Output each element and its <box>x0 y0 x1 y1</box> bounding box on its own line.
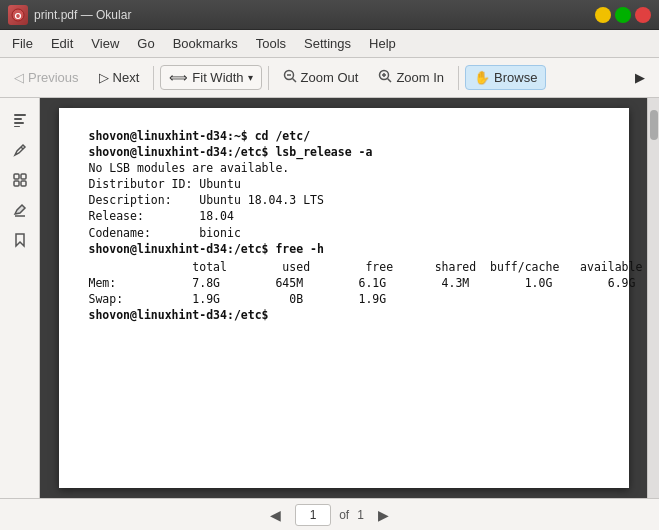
menu-view[interactable]: View <box>83 33 127 54</box>
toolbar-separator-3 <box>458 66 459 90</box>
svg-text:O: O <box>14 11 21 21</box>
zoom-out-icon <box>283 69 297 86</box>
of-label: of <box>339 508 349 522</box>
toolbar-separator-1 <box>153 66 154 90</box>
last-page-button[interactable]: ▶ <box>372 503 396 527</box>
maximize-button[interactable]: □ <box>615 7 631 23</box>
sidebar-annotation-icon[interactable] <box>6 136 34 164</box>
toolbar-next-page-button[interactable]: ▶ <box>627 66 653 89</box>
terminal-line-4: Description: Ubuntu 18.04.3 LTS <box>89 192 599 208</box>
terminal-line-6: Codename: bionic <box>89 225 599 241</box>
previous-button[interactable]: ◁ Previous <box>6 66 87 89</box>
terminal-line-7: shovon@linuxhint-d34:/etc$ free -h <box>89 241 599 257</box>
svg-line-6 <box>388 79 392 83</box>
window-title: print.pdf — Okular <box>34 8 131 22</box>
chevron-left-icon: ◁ <box>14 70 24 85</box>
terminal-line-9: Mem: 7.8G 645M 6.1G 4.3M 1.0G 6.9G <box>89 275 599 291</box>
arrow-right-icon: ▶ <box>635 70 645 85</box>
menu-go[interactable]: Go <box>129 33 162 54</box>
fit-width-icon: ⟺ <box>169 70 188 85</box>
zoom-in-icon <box>378 69 392 86</box>
document-area: shovon@linuxhint-d34:~$ cd /etc/ shovon@… <box>40 98 647 498</box>
scrollbar-thumb[interactable] <box>650 110 658 140</box>
terminal-line-8: total used free shared buff/cache availa… <box>89 259 599 275</box>
svg-line-3 <box>292 79 296 83</box>
terminal-line-10: Swap: 1.9G 0B 1.9G <box>89 291 599 307</box>
menu-bar: File Edit View Go Bookmarks Tools Settin… <box>0 30 659 58</box>
next-label: Next <box>113 70 140 85</box>
fit-width-label: Fit Width <box>192 70 243 85</box>
menu-tools[interactable]: Tools <box>248 33 294 54</box>
toolbar-separator-2 <box>268 66 269 90</box>
sidebar-bookmark-icon[interactable] <box>6 226 34 254</box>
terminal-line-0: shovon@linuxhint-d34:~$ cd /etc/ <box>89 128 599 144</box>
terminal-line-3: Distributor ID: Ubuntu <box>89 176 599 192</box>
menu-bookmarks[interactable]: Bookmarks <box>165 33 246 54</box>
chevron-right-icon: ▷ <box>99 70 109 85</box>
chevron-down-icon: ▾ <box>248 72 253 83</box>
browse-icon: ✋ <box>474 70 490 85</box>
left-sidebar <box>0 98 40 498</box>
svg-rect-15 <box>21 174 26 179</box>
sidebar-toc-icon[interactable] <box>6 106 34 134</box>
sidebar-thumbnail-icon[interactable] <box>6 166 34 194</box>
svg-rect-9 <box>14 114 26 116</box>
toolbar: ◁ Previous ▷ Next ⟺ Fit Width ▾ Zoom Out <box>0 58 659 98</box>
main-area: shovon@linuxhint-d34:~$ cd /etc/ shovon@… <box>0 98 659 498</box>
document-page: shovon@linuxhint-d34:~$ cd /etc/ shovon@… <box>59 108 629 488</box>
window-controls: − □ × <box>595 7 651 23</box>
terminal-line-2: No LSB modules are available. <box>89 160 599 176</box>
terminal-line-11: shovon@linuxhint-d34:/etc$ <box>89 307 599 323</box>
svg-rect-16 <box>14 181 19 186</box>
zoom-out-label: Zoom Out <box>301 70 359 85</box>
zoom-in-label: Zoom In <box>396 70 444 85</box>
first-page-button[interactable]: ◀ <box>263 503 287 527</box>
next-button[interactable]: ▷ Next <box>91 66 148 89</box>
svg-rect-17 <box>21 181 26 186</box>
close-button[interactable]: × <box>635 7 651 23</box>
menu-settings[interactable]: Settings <box>296 33 359 54</box>
total-pages: 1 <box>357 508 364 522</box>
browse-label: Browse <box>494 70 537 85</box>
sidebar-highlight-icon[interactable] <box>6 196 34 224</box>
bottom-navigation: ◀ of 1 ▶ <box>0 498 659 530</box>
fit-width-button[interactable]: ⟺ Fit Width ▾ <box>160 65 261 90</box>
previous-label: Previous <box>28 70 79 85</box>
svg-rect-12 <box>14 126 20 127</box>
vertical-scrollbar[interactable] <box>647 98 659 498</box>
browse-button[interactable]: ✋ Browse <box>465 65 546 90</box>
svg-line-13 <box>21 147 23 149</box>
svg-rect-11 <box>14 122 24 124</box>
title-bar: O print.pdf — Okular − □ × <box>0 0 659 30</box>
minimize-button[interactable]: − <box>595 7 611 23</box>
terminal-line-1: shovon@linuxhint-d34:/etc$ lsb_release -… <box>89 144 599 160</box>
page-number-input[interactable] <box>295 504 331 526</box>
menu-help[interactable]: Help <box>361 33 404 54</box>
zoom-in-button[interactable]: Zoom In <box>370 65 452 90</box>
terminal-line-5: Release: 18.04 <box>89 208 599 224</box>
svg-rect-10 <box>14 118 22 120</box>
zoom-out-button[interactable]: Zoom Out <box>275 65 367 90</box>
menu-edit[interactable]: Edit <box>43 33 81 54</box>
title-bar-left: O print.pdf — Okular <box>8 5 131 25</box>
app-icon: O <box>8 5 28 25</box>
menu-file[interactable]: File <box>4 33 41 54</box>
svg-rect-14 <box>14 174 19 179</box>
